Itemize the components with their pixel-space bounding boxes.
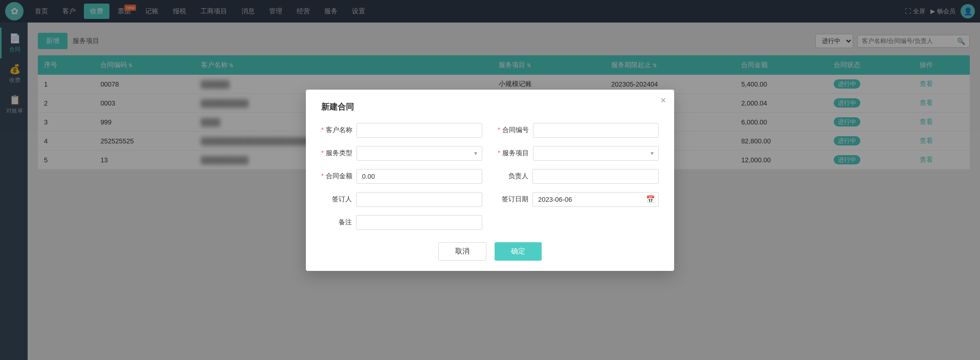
- form-row-4: 签订人 签订日期 📅: [321, 192, 659, 207]
- confirm-button[interactable]: 确定: [495, 242, 542, 261]
- calendar-icon[interactable]: 📅: [646, 195, 655, 203]
- customer-name-input[interactable]: [357, 123, 482, 138]
- form-row-2: 服务类型 服务项目: [321, 146, 659, 161]
- modal-close-button[interactable]: ×: [660, 96, 666, 105]
- cancel-button[interactable]: 取消: [438, 242, 486, 261]
- form-row-5: 备注: [321, 215, 659, 230]
- notes-input[interactable]: [356, 215, 482, 230]
- service-type-select[interactable]: [357, 146, 482, 161]
- sign-date-field: 签订日期 📅: [498, 192, 659, 207]
- form-row-3: 合同金额 负责人: [321, 169, 659, 184]
- notes-label: 备注: [321, 218, 352, 227]
- contract-amount-input[interactable]: [357, 169, 482, 184]
- signer-input[interactable]: [356, 192, 482, 207]
- contract-no-label: 合同编号: [498, 125, 529, 135]
- new-contract-modal: × 新建合同 客户名称 合同编号 服务类型: [306, 90, 674, 271]
- form-row-1: 客户名称 合同编号: [321, 123, 659, 138]
- contract-no-input[interactable]: [533, 123, 659, 138]
- notes-field: 备注: [321, 215, 482, 230]
- sign-date-input[interactable]: [532, 192, 659, 207]
- person-in-charge-label: 负责人: [498, 172, 528, 181]
- contract-amount-label: 合同金额: [321, 172, 352, 181]
- sign-date-label: 签订日期: [498, 195, 528, 204]
- modal-title: 新建合同: [321, 102, 659, 113]
- person-in-charge-input[interactable]: [532, 169, 659, 184]
- service-type-field: 服务类型: [321, 146, 482, 161]
- signer-label: 签订人: [321, 195, 352, 204]
- signer-field: 签订人: [321, 192, 482, 207]
- customer-name-field: 客户名称: [321, 123, 482, 138]
- modal-footer: 取消 确定: [321, 242, 659, 261]
- service-type-label: 服务类型: [321, 149, 352, 158]
- service-item-field: 服务项目: [498, 146, 659, 161]
- person-in-charge-field: 负责人: [498, 169, 659, 184]
- service-item-select[interactable]: [533, 146, 659, 161]
- customer-name-label: 客户名称: [321, 125, 352, 135]
- contract-amount-field: 合同金额: [321, 169, 482, 184]
- modal-overlay: × 新建合同 客户名称 合同编号 服务类型: [0, 0, 980, 360]
- service-item-label: 服务项目: [498, 149, 529, 158]
- contract-no-field: 合同编号: [498, 123, 659, 138]
